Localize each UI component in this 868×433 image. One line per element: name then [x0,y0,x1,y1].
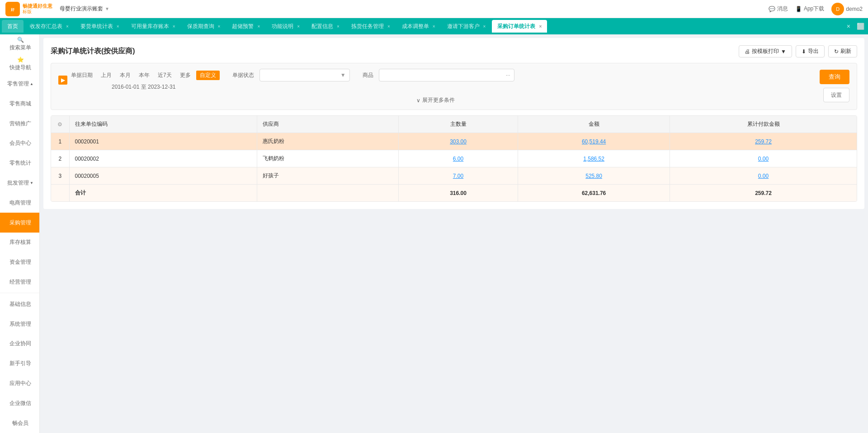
shortcut-7days[interactable]: 近7天 [155,71,175,80]
sidebar-item-lingshou[interactable]: 零售管理 ▲ [0,74,39,94]
sidebar-item-dianshang[interactable]: 电商管理 [0,193,39,213]
tab-gongneng-close[interactable]: × [297,24,300,29]
search-icon: 🔍 [17,37,24,43]
tab-shoufax-label: 收发存汇总表 [30,23,62,30]
sidebar-item-huiyuan[interactable]: 会员中心 [0,133,39,153]
tab-yaoqing[interactable]: 邀请下游客户 × [442,20,491,33]
tab-home[interactable]: 首页 [2,20,24,33]
settings-button[interactable]: 设置 [823,88,849,102]
sidebar-item-caigou[interactable]: 采购管理 [0,213,39,233]
table-row[interactable]: 2 00020002 飞鹤奶粉 6.00 1,586.52 0.00 [51,150,857,167]
breadcrumb-arrow-icon: ▼ [105,6,109,11]
tab-yaoqing-close[interactable]: × [483,24,486,29]
tab-baozhi[interactable]: 保质期查询 × [182,20,226,33]
sidebar-item-yingyong[interactable]: 应用中心 [0,374,39,394]
tab-yaohuo[interactable]: 要货单统计表 × [75,20,125,33]
shortcut-this-month[interactable]: 本月 [117,71,133,80]
export-label: 导出 [808,48,819,55]
export-button[interactable]: ⬇ 导出 [796,45,825,57]
table-row[interactable]: 3 00020005 好孩子 7.00 525.80 0.00 [51,167,857,185]
sidebar-item-zijin[interactable]: 资金管理 [0,252,39,272]
custom-date-badge[interactable]: 自定义 [196,71,220,80]
user-avatar-area[interactable]: D demo2 [831,3,863,15]
sidebar-yingyong-label: 应用中心 [9,380,31,387]
status-filter-label: 单据状态 [232,71,254,79]
expand-more-button[interactable]: ∨ 展开更多条件 [416,96,455,104]
tab-gongneng[interactable]: 功能说明 × [266,20,305,33]
tab-chengben-close[interactable]: × [433,24,435,29]
status-select[interactable]: ▼ [259,69,350,81]
goods-select[interactable]: ··· [379,69,514,81]
main-layout: 🔍 搜索菜单 ⭐ 快捷导航 零售管理 ▲ 零售商城 营销推广 会员中心 零售统计… [0,34,868,433]
tab-pihuo[interactable]: 拣货任务管理 × [346,20,396,33]
tab-peizhi-close[interactable]: × [337,24,340,29]
tab-shoufax-close[interactable]: × [66,24,69,29]
row-seq: 1 [51,133,69,150]
tab-caigou-label: 采购订单统计表 [497,23,535,30]
sidebar-item-jingying[interactable]: 经营管理 [0,272,39,292]
th-amount: 金额 [518,116,670,133]
tab-peizhi-label: 配置信息 [311,23,333,30]
chevron-down-icon: ▼ [30,181,33,185]
sidebar-item-kuaijie[interactable]: ⭐ 快捷导航 [0,54,39,74]
logo-area: 好 畅捷通好生意 标版 [5,2,52,16]
th-code: 往来单位编码 [69,116,257,133]
refresh-icon: ↻ [834,48,839,55]
shortcut-last-month[interactable]: 上月 [98,71,114,80]
filter-toggle-button[interactable]: ▶ [58,76,67,85]
tab-chaochun-close[interactable]: × [257,24,260,29]
tab-keyongl[interactable]: 可用量库存账本 × [126,20,181,33]
sidebar-item-xinshou[interactable]: 新手引导 [0,354,39,374]
tab-keyongl-close[interactable]: × [173,24,175,29]
sidebar-item-lingshous[interactable]: 零售商城 [0,94,39,114]
tab-chengben[interactable]: 成本调整单 × [396,20,441,33]
sidebar-item-yingxiao[interactable]: 营销推广 [0,114,39,133]
sidebar-pifa-label: 批发管理 [7,179,29,187]
tab-shoufax[interactable]: 收发存汇总表 × [24,20,74,33]
shortcut-this-year[interactable]: 本年 [136,71,152,80]
tab-yaohuo-close[interactable]: × [117,24,119,29]
filter-area: ▶ 单据日期 上月 本月 本年 近7天 更多 [51,63,857,110]
query-button[interactable]: 查询 [820,70,849,84]
filter-section: ▶ 单据日期 上月 本月 本年 近7天 更多 [58,69,849,104]
footer-qty: 316.00 [398,185,518,202]
close-all-tabs-button[interactable]: × [845,22,852,31]
table-row[interactable]: 1 00020001 惠氏奶粉 303.00 60,519.44 259.72 [51,133,857,150]
sidebar-item-qiye[interactable]: 企业协同 [0,334,39,354]
filter-row-date: ▶ 单据日期 上月 本月 本年 近7天 更多 [58,69,812,91]
restore-window-button[interactable]: ⬜ [855,22,866,31]
sidebar-xitong-label: 系统管理 [9,320,31,328]
row-supplier: 好孩子 [257,167,399,185]
print-button[interactable]: 🖨 按模板打印 ▼ [739,45,792,57]
app-download-button[interactable]: 📱 App下载 [795,5,824,13]
sidebar-item-qiyeweixin[interactable]: 企业微信 [0,393,39,413]
tab-caigou-close[interactable]: × [539,24,542,29]
tab-peizhi[interactable]: 配置信息 × [306,20,345,33]
sidebar-item-changhui[interactable]: 畅会员 [0,413,39,433]
page-container: 采购订单统计表(按供应商) 🖨 按模板打印 ▼ ⬇ 导出 ↻ 刷新 [43,38,864,209]
tab-yaoqing-label: 邀请下游客户 [447,23,480,30]
message-button[interactable]: 💬 消息 [769,5,788,13]
sidebar-item-kucun[interactable]: 库存核算 [0,233,39,252]
tab-pihuo-close[interactable]: × [387,24,390,29]
sidebar-item-lingstat[interactable]: 零售统计 [0,153,39,173]
tab-baozhi-close[interactable]: × [218,24,221,29]
row-supplier: 惠氏奶粉 [257,133,399,150]
tab-caigou[interactable]: 采购订单统计表 × [492,20,547,33]
shortcut-more[interactable]: 更多 [177,71,193,80]
tab-chaochun[interactable]: 超储预警 × [226,20,265,33]
row-code: 00020001 [69,133,257,150]
sidebar-item-pifa[interactable]: 批发管理 ▼ [0,173,39,193]
footer-paid: 259.72 [670,185,857,202]
sidebar-item-search[interactable]: 🔍 搜索菜单 [0,34,39,54]
home-tab-label: 首页 [7,23,18,30]
sidebar-item-jichu[interactable]: 基础信息 [0,294,39,314]
sidebar-item-xitong[interactable]: 系统管理 [0,314,39,334]
column-settings-icon[interactable]: ⚙ [57,121,62,128]
filter-buttons: 查询 设置 [820,69,849,102]
sidebar: 🔍 搜索菜单 ⭐ 快捷导航 零售管理 ▲ 零售商城 营销推广 会员中心 零售统计… [0,34,40,433]
date-filter-label: 单据日期 [71,71,93,79]
row-amount: 1,586.52 [518,150,670,167]
refresh-button[interactable]: ↻ 刷新 [828,45,857,57]
page-title: 采购订单统计表(按供应商) [51,47,135,56]
